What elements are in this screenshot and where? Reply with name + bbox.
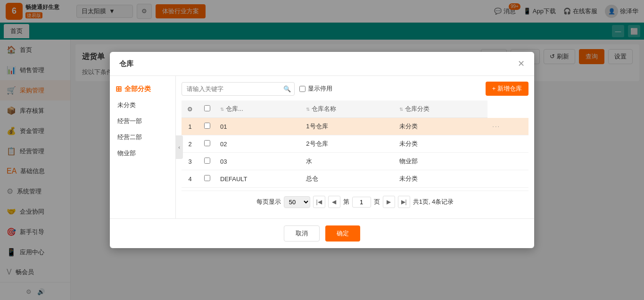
category-item-ops1[interactable]: 经营一部 (110, 113, 175, 129)
prev-page-button[interactable]: ◀ (328, 196, 340, 208)
row-num-1: 1 (182, 118, 198, 135)
cancel-button[interactable]: 取消 (284, 225, 320, 242)
sort-icon-category: ⇅ (399, 107, 403, 112)
col-name: ⇅仓库名称 (301, 100, 395, 118)
row-num-3: 3 (182, 153, 198, 170)
row-1-category: 未分类 (395, 118, 488, 135)
grid-icon: ⊞ (116, 84, 122, 93)
table-row[interactable]: 1 01 1号仓库 未分类 ··· (182, 118, 528, 135)
row-4-code: DEFAULT (215, 170, 301, 188)
warehouse-modal: 仓库 ✕ ⊞ 全部分类 未分类 经营一部 经营二部 物业部 ‹ (110, 52, 534, 248)
new-warehouse-button[interactable]: + 新增仓库 (486, 82, 528, 96)
table-row[interactable]: 2 02 2号仓库 未分类 (182, 135, 528, 153)
page-unit: 页 (374, 198, 380, 206)
show-disabled-wrap: 显示停用 (299, 84, 332, 93)
table-row[interactable]: 3 03 水 物业部 (182, 153, 528, 170)
row-num-4: 4 (182, 170, 198, 188)
row-3-code: 03 (215, 153, 301, 170)
modal-main-content: 🔍 显示停用 + 新增仓库 ⚙ (176, 76, 534, 218)
page-input[interactable] (352, 197, 371, 208)
category-header: ⊞ 全部分类 (110, 81, 175, 97)
row-1-name: 1号仓库 (301, 118, 395, 135)
col-checkbox (198, 100, 215, 118)
confirm-button[interactable]: 确定 (325, 225, 360, 242)
col-category: ⇅仓库分类 (395, 100, 488, 118)
row-3-checkbox[interactable] (204, 158, 210, 164)
modal-header: 仓库 ✕ (110, 52, 534, 76)
search-input[interactable] (182, 82, 295, 96)
row-3-name: 水 (301, 153, 395, 170)
page-label: 第 (343, 198, 349, 206)
row-num-2: 2 (182, 135, 198, 153)
show-disabled-checkbox[interactable] (299, 86, 305, 92)
next-page-button[interactable]: ▶ (383, 196, 395, 208)
row-1-code: 01 (215, 118, 301, 135)
row-2-code: 02 (215, 135, 301, 153)
col-settings: ⚙ (182, 100, 198, 118)
row-1-checkbox[interactable] (204, 123, 210, 129)
row-2-name: 2号仓库 (301, 135, 395, 153)
row-4-category: 未分类 (395, 170, 488, 188)
pagination-info: 共1页, 4条记录 (413, 198, 454, 206)
table-row[interactable]: 4 DEFAULT 总仓 未分类 (182, 170, 528, 188)
row-2-checkbox[interactable] (204, 140, 210, 146)
last-page-button[interactable]: ▶| (398, 196, 410, 208)
modal-overlay: 仓库 ✕ ⊞ 全部分类 未分类 经营一部 经营二部 物业部 ‹ (0, 0, 644, 300)
sidebar-collapse-button[interactable]: ‹ (175, 135, 183, 159)
category-item-property[interactable]: 物业部 (110, 145, 175, 161)
pagination-bar: 每页显示 50 10 20 100 |◀ ◀ 第 页 ▶ ▶| 共1页, 4条记… (182, 191, 528, 213)
modal-category-sidebar: ⊞ 全部分类 未分类 经营一部 经营二部 物业部 ‹ (110, 76, 176, 218)
search-input-wrap: 🔍 (182, 82, 295, 96)
modal-search-bar: 🔍 显示停用 + 新增仓库 (182, 82, 528, 96)
modal-footer: 取消 确定 (110, 218, 534, 248)
modal-title: 仓库 (119, 59, 133, 68)
row-1-more[interactable]: ··· (487, 118, 528, 135)
sort-icon-code: ⇅ (220, 107, 224, 112)
per-page-label: 每页显示 (256, 198, 281, 206)
sort-icon-name: ⇅ (306, 107, 310, 112)
row-4-name: 总仓 (301, 170, 395, 188)
category-item-unclassified[interactable]: 未分类 (110, 97, 175, 113)
modal-body: ⊞ 全部分类 未分类 经营一部 经营二部 物业部 ‹ 🔍 (110, 76, 534, 218)
row-3-category: 物业部 (395, 153, 488, 170)
settings-col-icon: ⚙ (187, 106, 193, 113)
select-all-checkbox[interactable] (204, 105, 210, 111)
modal-close-button[interactable]: ✕ (518, 58, 525, 69)
category-item-ops2[interactable]: 经营二部 (110, 129, 175, 145)
per-page-select[interactable]: 50 10 20 100 (284, 196, 310, 208)
warehouse-table: ⚙ ⇅仓库... ⇅仓库名称 ⇅仓库分类 1 01 (182, 100, 528, 188)
row-4-checkbox[interactable] (204, 175, 210, 181)
col-code: ⇅仓库... (215, 100, 301, 118)
first-page-button[interactable]: |◀ (313, 196, 325, 208)
search-icon[interactable]: 🔍 (283, 85, 291, 92)
row-2-category: 未分类 (395, 135, 488, 153)
